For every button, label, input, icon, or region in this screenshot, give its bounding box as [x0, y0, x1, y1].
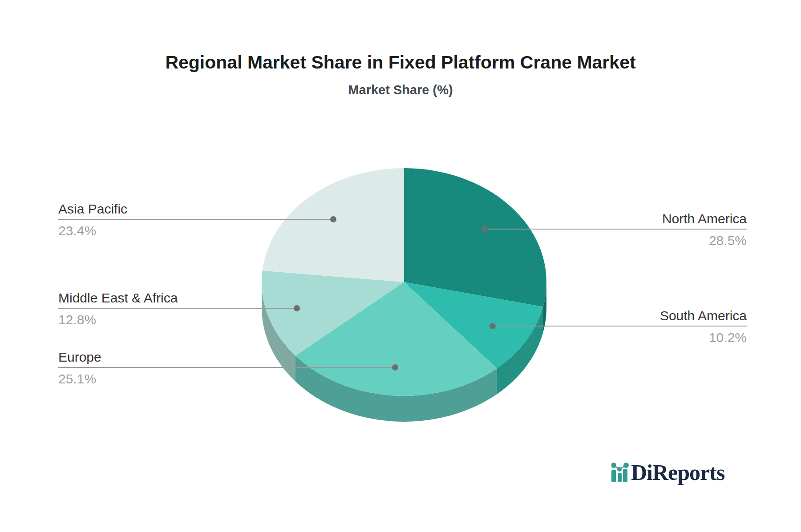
label-middle-east-africa: Middle East & Africa 12.8%	[58, 291, 250, 326]
label-name: Europe	[58, 350, 250, 364]
label-name: South America	[555, 309, 747, 322]
label-name: Middle East & Africa	[58, 291, 250, 305]
label-europe: Europe 25.1%	[58, 350, 250, 386]
leader-dot-asia-pacific	[330, 216, 336, 222]
label-asia-pacific: Asia Pacific 23.4%	[58, 202, 250, 238]
label-value: 25.1%	[58, 372, 250, 386]
leader-dot-north-america	[481, 226, 488, 232]
bar-chart-logo-icon	[611, 463, 629, 483]
brand-logo: DiReports	[611, 462, 724, 483]
leader-dot-europe	[392, 364, 398, 371]
label-value: 10.2%	[555, 330, 747, 344]
logo-text: DiReports	[631, 462, 724, 483]
pie-slice-asia-pacific	[263, 168, 404, 282]
leader-dot-middle-east-africa	[294, 305, 300, 311]
label-name: North America	[555, 212, 747, 226]
chart-canvas: Regional Market Share in Fixed Platform …	[0, 0, 801, 532]
pie-svg	[0, 0, 801, 532]
label-name: Asia Pacific	[58, 202, 250, 216]
label-value: 23.4%	[58, 224, 250, 238]
label-value: 12.8%	[58, 313, 250, 326]
label-north-america: North America 28.5%	[555, 212, 747, 247]
label-south-america: South America 10.2%	[555, 309, 747, 344]
leader-dot-south-america	[490, 323, 496, 329]
label-value: 28.5%	[555, 234, 747, 247]
